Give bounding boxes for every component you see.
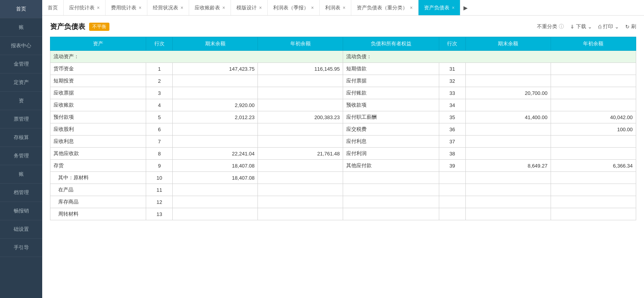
main-area: 首页 应付统计表 × 费用统计表 × 经营状况表 × 应收账龄表 × 模版设计 … (42, 0, 644, 298)
asset-year-start (258, 75, 343, 87)
asset-year-start (258, 87, 343, 99)
close-tab-template-design[interactable]: × (259, 5, 262, 11)
help-icon: ⓘ (559, 23, 564, 30)
sidebar-item-guide[interactable]: 手引导 (0, 239, 42, 257)
liability-end-balance: 8,649.27 (465, 160, 551, 172)
asset-row-num: 13 (146, 208, 173, 220)
liability-end-balance: 20,700.00 (465, 87, 551, 99)
unbalanced-badge: 不平衡 (89, 23, 109, 31)
sidebar-item-fixed-assets[interactable]: 定资产 (0, 73, 42, 92)
asset-row-num: 5 (146, 111, 173, 123)
sidebar-item-expense[interactable]: 畅报销 (0, 202, 42, 220)
header-year-start-balance: 年初余额 (258, 37, 343, 51)
liability-end-balance (465, 136, 551, 148)
liability-row-num (439, 172, 465, 184)
table-section-row: 流动资产： 流动负债： (50, 51, 636, 63)
asset-row-num: 7 (146, 136, 173, 148)
tab-home[interactable]: 首页 (42, 0, 64, 16)
tab-income[interactable]: 利润表 × (320, 0, 351, 16)
tab-income-quarterly[interactable]: 利润表（季报） × (268, 0, 320, 16)
no-reclassify-option[interactable]: 不重分类 ⓘ (537, 23, 564, 30)
liability-year-start (551, 63, 636, 75)
sidebar-item-tax-mgmt[interactable]: 务管理 (0, 147, 42, 165)
liability-row-num: 33 (439, 87, 465, 99)
close-tab-balance-sheet[interactable]: × (452, 5, 454, 11)
liability-name: 应付票据 (343, 75, 439, 87)
header-liability: 负债和所有者权益 (343, 37, 439, 51)
liability-row-num: 37 (439, 136, 465, 148)
download-button[interactable]: ⇓ 下载 ⌄ (570, 23, 592, 30)
sidebar-item-fund-mgmt[interactable]: 金管理 (0, 55, 42, 73)
sidebar-item-settings[interactable]: 础设置 (0, 220, 42, 239)
print-button[interactable]: ⎙ 打印 ⌄ (598, 23, 619, 30)
liability-end-balance (465, 184, 551, 196)
table-row: 应收利息 7 应付利息 37 (50, 136, 636, 148)
asset-row-num: 1 (146, 63, 173, 75)
close-tab-accounts-payable[interactable]: × (97, 5, 100, 11)
close-tab-operations[interactable]: × (181, 5, 183, 11)
tab-scroll-right[interactable]: ▶ (460, 5, 471, 11)
asset-year-start (258, 184, 343, 196)
asset-year-start: 116,145.95 (258, 63, 343, 75)
tab-expense-stats[interactable]: 费用统计表 × (106, 0, 147, 16)
tab-bar: 首页 应付统计表 × 费用统计表 × 经营状况表 × 应收账龄表 × 模版设计 … (42, 0, 644, 16)
tab-balance-sheet[interactable]: 资产负债表 × (419, 0, 460, 16)
section-asset-label: 流动资产： (50, 51, 343, 63)
sidebar-item-investment[interactable]: 资 (0, 92, 42, 110)
liability-end-balance (465, 63, 551, 75)
close-tab-income-quarterly[interactable]: × (311, 5, 314, 11)
header-row-num2: 行次 (439, 37, 465, 51)
asset-row-num: 3 (146, 87, 173, 99)
tab-accounts-payable[interactable]: 应付统计表 × (64, 0, 106, 16)
asset-year-start (258, 136, 343, 148)
liability-year-start (551, 184, 636, 196)
asset-end-balance: 2,920.00 (173, 99, 258, 111)
sidebar-item-ledger[interactable]: 账 (0, 165, 42, 184)
tab-template-design[interactable]: 模版设计 × (231, 0, 268, 16)
liability-end-balance: 41,400.00 (465, 111, 551, 123)
asset-end-balance: 147,423.75 (173, 63, 258, 75)
close-tab-balance-reclassified[interactable]: × (410, 5, 413, 11)
close-tab-income[interactable]: × (343, 5, 345, 11)
table-row: 周转材料 13 (50, 208, 636, 220)
page-header: 资产负债表 不平衡 不重分类 ⓘ ⇓ 下载 ⌄ ⎙ 打印 ⌄ (50, 22, 636, 31)
table-row: 在产品 11 (50, 184, 636, 196)
close-tab-ar-aging[interactable]: × (222, 5, 225, 11)
tab-balance-reclassified[interactable]: 资产负债表（重分类） × (351, 0, 419, 16)
liability-row-num: 38 (439, 148, 465, 160)
header-asset: 资产 (50, 37, 146, 51)
sidebar-item-home[interactable]: 首页 (0, 0, 42, 18)
sidebar-item-ticket-mgmt[interactable]: 票管理 (0, 110, 42, 128)
sidebar-item-account[interactable]: 账 (0, 18, 42, 37)
no-reclassify-label: 不重分类 (537, 23, 557, 30)
header-actions: 不重分类 ⓘ ⇓ 下载 ⌄ ⎙ 打印 ⌄ ↻ 刷 (537, 23, 636, 30)
asset-name: 周转材料 (50, 208, 146, 220)
sidebar-item-inventory[interactable]: 存核算 (0, 128, 42, 147)
asset-row-num: 12 (146, 196, 173, 208)
asset-row-num: 10 (146, 172, 173, 184)
asset-end-balance (173, 136, 258, 148)
liability-name: 预收款项 (343, 99, 439, 111)
sidebar-item-report-center[interactable]: 报表中心 (0, 37, 42, 55)
tab-operations[interactable]: 经营状况表 × (147, 0, 189, 16)
close-tab-expense-stats[interactable]: × (139, 5, 141, 11)
table-row: 短期投资 2 应付票据 32 (50, 75, 636, 87)
asset-name: 存货 (50, 160, 146, 172)
asset-row-num: 9 (146, 160, 173, 172)
asset-name: 其中：原材料 (50, 172, 146, 184)
tab-ar-aging[interactable]: 应收账龄表 × (189, 0, 231, 16)
refresh-button[interactable]: ↻ 刷 (625, 23, 636, 30)
asset-end-balance (173, 184, 258, 196)
liability-year-start (551, 75, 636, 87)
liability-name (343, 184, 439, 196)
sidebar-item-archive[interactable]: 档管理 (0, 184, 42, 202)
header-end-balance: 期末余额 (173, 37, 258, 51)
liability-end-balance (465, 196, 551, 208)
table-row: 库存商品 12 (50, 196, 636, 208)
liability-year-start: 40,042.00 (551, 111, 636, 123)
asset-year-start: 21,761.48 (258, 148, 343, 160)
page-title-area: 资产负债表 不平衡 (50, 22, 109, 31)
asset-row-num: 6 (146, 123, 173, 136)
liability-name: 应交税费 (343, 123, 439, 136)
table-row: 其中：原材料 10 18,407.08 (50, 172, 636, 184)
